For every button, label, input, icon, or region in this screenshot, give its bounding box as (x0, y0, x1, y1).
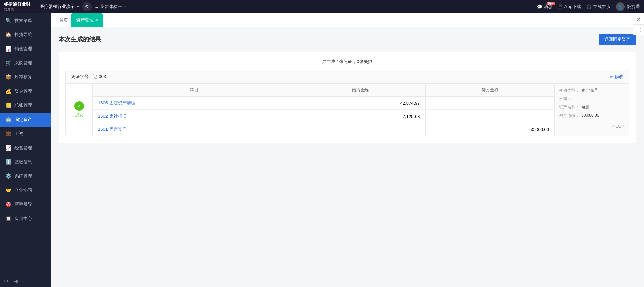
sidebar-bottom: ⚙ ◀ (0, 275, 51, 287)
tab-asset-management[interactable]: 资产管理 × (71, 13, 103, 27)
sidebar-item-payroll[interactable]: 💼 工资 (0, 127, 51, 141)
change-type-label: 变动类型： (559, 88, 579, 93)
tabs-bar: 首页 资产管理 × (51, 13, 644, 27)
sidebar-item-capital[interactable]: 💰 资金管理 (0, 84, 51, 98)
ledger-icon: 📒 (5, 102, 12, 108)
content-area: 首页 资产管理 × 本次生成的结果 返回固定资产 共生成 1张凭证，0张失败 (51, 13, 644, 287)
user-menu[interactable]: 👤 畅捷通 (616, 2, 640, 11)
company-selector[interactable]: 医疗器械行业演示 ▼ (40, 4, 80, 10)
voucher-table-area: 科目 借方金额 贷方金额 1606 固定资产清理 42,874.97 (93, 84, 555, 136)
voucher-number: 凭证字号：记-003 (71, 74, 106, 80)
result-panel: 共生成 1张凭证，0张失败 凭证字号：记-003 ✏ 修改 (59, 52, 636, 143)
asset-value-value: 50,000.00 (581, 113, 599, 119)
asset-name-value: 电脑 (581, 104, 589, 110)
company-settings-button[interactable]: ⚙ (82, 2, 92, 11)
sidebar-item-label: 经营管理 (14, 145, 32, 151)
sidebar-item-label: 基础信息 (14, 159, 32, 165)
voucher-table: 科目 借方金额 贷方金额 1606 固定资产清理 42,874.97 (93, 84, 555, 136)
purchase-icon: 🛒 (5, 60, 12, 66)
sidebar-settings-button[interactable]: ⚙ (4, 278, 8, 284)
sidebar-item-label: 快捷导航 (14, 32, 32, 38)
system-icon: ⚙️ (5, 173, 12, 179)
app-download-button[interactable]: 📱 App下载 (558, 4, 581, 10)
row1-debit: 42,874.97 (296, 97, 425, 110)
sidebar-item-label: 库存核算 (14, 74, 32, 80)
sidebar-collapse-button[interactable]: ◀ (14, 278, 18, 284)
col-debit: 借方金额 (296, 84, 425, 97)
sidebar-item-system[interactable]: ⚙️ 系统管理 (0, 169, 51, 183)
row3-credit: 50,000.00 (425, 123, 554, 136)
active-tab-label: 资产管理 (76, 17, 94, 23)
col-credit: 贷方金额 (425, 84, 554, 97)
return-fixed-assets-button[interactable]: 返回固定资产 (599, 34, 636, 45)
sidebar-item-purchase[interactable]: 🛒 采购管理 (0, 56, 51, 70)
sidebar-item-fixed-assets[interactable]: 🏢 固定资产 (0, 113, 51, 127)
sales-icon: 📊 (5, 46, 12, 52)
sidebar-item-operations[interactable]: 📈 经营管理 (0, 141, 51, 155)
table-row: 1601 固定资产 50,000.00 (93, 123, 555, 136)
sidebar-item-ledger[interactable]: 📒 总账管理 (0, 98, 51, 113)
page-title: 本次生成的结果 (59, 35, 101, 43)
change-type-value: 资产清理 (581, 88, 597, 93)
pagination[interactable]: < 1/1 > (559, 121, 625, 129)
col-subject: 科目 (93, 84, 296, 97)
main-layout: 🔍 搜索菜单 🏠 快捷导航 📊 销售管理 🛒 采购管理 📦 库存核算 💰 (0, 13, 644, 287)
sidebar: 🔍 搜索菜单 🏠 快捷导航 📊 销售管理 🛒 采购管理 📦 库存核算 💰 (0, 13, 51, 287)
edit-btn-label: 修改 (615, 74, 623, 80)
sidebar-item-label: 销售管理 (14, 46, 32, 52)
sidebar-item-quick-nav[interactable]: 🏠 快捷导航 (0, 28, 51, 42)
search-icon: 🔍 (5, 18, 12, 24)
tab-home[interactable]: 首页 (56, 13, 71, 27)
guide-icon: 🎯 (5, 201, 12, 208)
service-icon: 🎧 (586, 4, 592, 9)
try-experience-button[interactable]: ☁ 我要体验一下 (94, 4, 126, 10)
table-row: 1602 累计折旧 7,125.03 (93, 110, 555, 123)
change-type-row: 变动类型： 资产清理 (559, 88, 625, 93)
home-icon: 🏠 (5, 32, 12, 38)
sidebar-item-label: 搜索菜单 (14, 18, 32, 24)
side-info-panel: 变动类型： 资产清理 日期： 资产名称： 电脑 (555, 84, 629, 136)
message-icon: 💬 (537, 4, 542, 9)
window-controls: ✕ ⛶ (633, 14, 644, 35)
top-navigation: 畅捷通好业财 普及版 医疗器械行业演示 ▼ ⚙ ☁ 我要体验一下 💬 消息 99… (0, 0, 644, 13)
edit-voucher-button[interactable]: ✏ 修改 (610, 74, 623, 80)
sidebar-item-basic-info[interactable]: ℹ️ 基础信息 (0, 155, 51, 169)
sidebar-item-label: 固定资产 (14, 117, 32, 123)
basic-info-icon: ℹ️ (5, 159, 12, 165)
online-service-button[interactable]: 🎧 在线客服 (586, 4, 611, 10)
sidebar-item-sales[interactable]: 📊 销售管理 (0, 42, 51, 56)
row2-subject: 1602 累计折旧 (93, 110, 296, 123)
sidebar-item-search[interactable]: 🔍 搜索菜单 (0, 13, 51, 28)
sidebar-item-enterprise[interactable]: 🤝 企业协同 (0, 183, 51, 197)
voucher-content: ✓ 成功 科目 借方金额 贷方金额 (66, 84, 629, 136)
fixed-assets-icon: 🏢 (5, 117, 12, 123)
sidebar-item-label: 应用中心 (14, 216, 32, 222)
result-summary: 共生成 1张凭证，0张失败 (65, 59, 629, 65)
table-row: 1606 固定资产清理 42,874.97 (93, 97, 555, 110)
sidebar-item-label: 采购管理 (14, 60, 32, 66)
expand-panel-button[interactable]: ⛶ (633, 25, 644, 35)
company-name: 医疗器械行业演示 (40, 4, 75, 10)
row2-debit: 7,125.03 (296, 110, 425, 123)
row3-subject: 1601 固定资产 (93, 123, 296, 136)
message-button[interactable]: 💬 消息 99+ (537, 4, 552, 10)
sidebar-item-inventory[interactable]: 📦 库存核算 (0, 70, 51, 84)
app-logo-title: 畅捷通好业财 (4, 1, 30, 7)
top-nav-right: 💬 消息 99+ 📱 App下载 🎧 在线客服 👤 畅捷通 (537, 2, 640, 11)
company-dropdown-arrow: ▼ (76, 5, 80, 9)
tab-close-button[interactable]: × (96, 18, 98, 22)
enterprise-icon: 🤝 (5, 187, 12, 193)
sidebar-item-guide[interactable]: 🎯 新手引导 (0, 197, 51, 212)
asset-value-label: 资产原值： (559, 113, 579, 119)
close-panel-button[interactable]: ✕ (633, 14, 644, 25)
status-label: 成功 (75, 112, 83, 118)
date-label: 日期： (559, 96, 571, 102)
success-icon: ✓ (74, 101, 84, 111)
row1-subject: 1606 固定资产清理 (93, 97, 296, 110)
status-column: ✓ 成功 (66, 84, 93, 136)
message-badge: 99+ (547, 2, 555, 5)
edit-icon: ✏ (610, 74, 613, 79)
app-logo-subtitle: 普及版 (4, 7, 14, 12)
sidebar-item-app-center[interactable]: 🔲 应用中心 (0, 212, 51, 226)
asset-value-row: 资产原值： 50,000.00 (559, 113, 625, 119)
